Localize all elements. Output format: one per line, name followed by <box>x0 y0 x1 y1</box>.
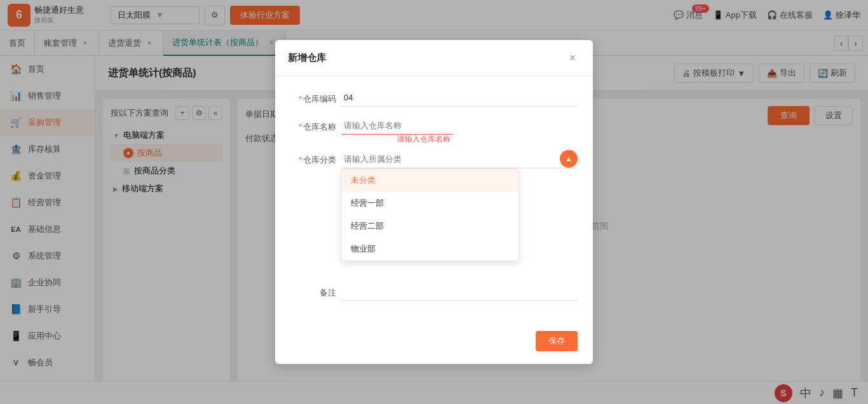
name-error-message: 请输入仓库名称 <box>397 134 451 145</box>
name-input-wrap: 请输入仓库名称 <box>341 117 578 135</box>
dropdown-item-dept2[interactable]: 经营二部 <box>342 215 519 238</box>
name-form-row: 仓库名称 请输入仓库名称 <box>290 117 578 135</box>
note-input[interactable] <box>341 283 578 300</box>
note-form-row: 备注 <box>290 283 578 300</box>
category-input-row: ▲ <box>341 150 578 168</box>
note-label: 备注 <box>290 283 341 299</box>
modal-body: 仓库编码 仓库名称 请输入仓库名称 仓库分类 ▲ <box>275 76 593 323</box>
category-input[interactable] <box>341 151 560 168</box>
code-label: 仓库编码 <box>290 89 341 105</box>
category-label: 仓库分类 <box>290 150 341 166</box>
warehouse-name-input[interactable] <box>341 117 453 135</box>
category-dropdown: 未分类 经营一部 经营二部 物业部 <box>341 168 519 261</box>
add-warehouse-modal: 新增仓库 × 仓库编码 仓库名称 请输入仓库名称 仓库分类 <box>275 40 593 364</box>
modal-overlay[interactable]: 新增仓库 × 仓库编码 仓库名称 请输入仓库名称 仓库分类 <box>0 0 868 404</box>
save-button[interactable]: 保存 <box>536 331 578 351</box>
code-form-row: 仓库编码 <box>290 89 578 107</box>
name-label: 仓库名称 <box>290 117 341 133</box>
dropdown-item-uncategorized[interactable]: 未分类 <box>342 169 519 192</box>
category-chevron-icon[interactable]: ▲ <box>560 150 578 168</box>
modal-header: 新增仓库 × <box>275 40 593 76</box>
code-input[interactable] <box>341 89 578 107</box>
dropdown-item-property[interactable]: 物业部 <box>342 238 519 260</box>
modal-title: 新增仓库 <box>288 52 326 64</box>
dropdown-item-dept1[interactable]: 经营一部 <box>342 192 519 215</box>
modal-footer: 保存 <box>275 323 593 364</box>
modal-close-button[interactable]: × <box>565 50 580 65</box>
category-form-row: 仓库分类 ▲ 未分类 经营一部 经营二部 物业部 <box>290 150 578 168</box>
